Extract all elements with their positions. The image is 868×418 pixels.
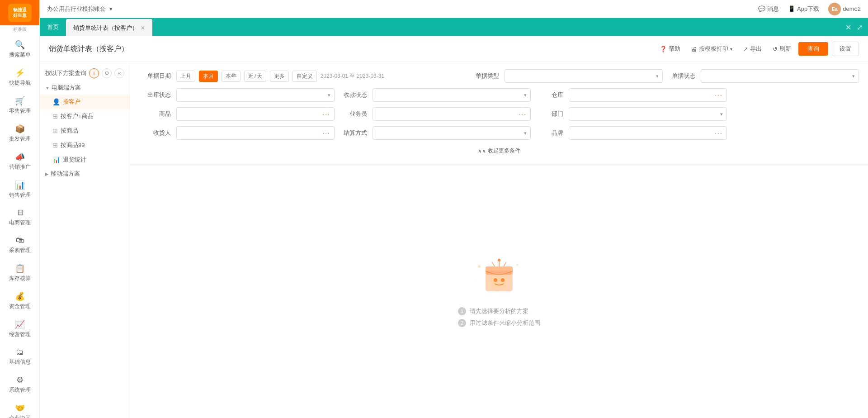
tab-close-icon[interactable]: ✕ bbox=[141, 25, 145, 31]
sidebar-item-quick-nav[interactable]: ⚡ 快捷导航 bbox=[0, 63, 40, 91]
help-icon: ❓ bbox=[660, 46, 667, 52]
order-type-select[interactable]: ▾ bbox=[505, 69, 663, 83]
scheme-item-by-goods[interactable]: ⊞ 按商品 bbox=[40, 124, 130, 138]
inventory-icon: 📋 bbox=[15, 263, 25, 273]
messages-button[interactable]: 💬 消息 bbox=[758, 5, 779, 13]
template-print-button[interactable]: 🖨 按模板打印 ▾ bbox=[688, 43, 736, 55]
scheme-item-customer-goods[interactable]: ⊞ 按客户+商品 bbox=[40, 109, 130, 124]
sidebar-item-system[interactable]: ⚙ 系统管理 bbox=[0, 370, 40, 399]
tab-sales-stat[interactable]: 销货单统计表（按客户） ✕ bbox=[66, 19, 152, 37]
sidebar-item-finance[interactable]: 💰 资金管理 bbox=[0, 287, 40, 315]
sidebar-item-marketing[interactable]: 📣 营销推广 bbox=[0, 147, 40, 176]
brand-select[interactable]: ··· bbox=[569, 126, 727, 140]
tab-maximize-action[interactable]: ⤢ bbox=[855, 21, 864, 33]
sales-icon: 📊 bbox=[15, 180, 25, 190]
scheme-item-label-return-stat: 退货统计 bbox=[63, 156, 86, 164]
return-stat-icon: 📊 bbox=[52, 156, 60, 163]
salesperson-select[interactable]: ··· bbox=[373, 107, 531, 121]
sidebar-item-retail[interactable]: 🛒 零售管理 bbox=[0, 91, 40, 119]
empty-hints: 1 请先选择要分析的方案 2 用过滤条件来缩小分析范围 bbox=[458, 307, 540, 331]
app-download-label: App下载 bbox=[797, 5, 819, 13]
empty-hint-1: 1 请先选择要分析的方案 bbox=[458, 307, 540, 315]
hint-text-2: 用过滤条件来缩小分析范围 bbox=[470, 319, 540, 327]
sidebar-label-purchase: 采购管理 bbox=[9, 247, 31, 254]
department-select[interactable]: ▾ bbox=[569, 107, 727, 121]
scheme-item-return-stat[interactable]: 📊 退货统计 bbox=[40, 152, 130, 167]
refresh-icon: ↺ bbox=[773, 46, 778, 52]
date-btn-more[interactable]: 更多 bbox=[270, 71, 289, 82]
collapse-up-icon: ∧∧ bbox=[478, 148, 486, 154]
date-btn-this-month[interactable]: 本月 bbox=[199, 71, 218, 82]
scheme-add-button[interactable]: + bbox=[89, 68, 99, 78]
empty-state: ✦ ✦ · 1 请先选择要分析的方案 2 用过滤条件来缩小分析范围 bbox=[130, 166, 868, 418]
sidebar-item-corp[interactable]: 🤝 企业协同 bbox=[0, 399, 40, 418]
scheme-item-label-goods99: 按商品99 bbox=[61, 141, 85, 149]
page-title: 销货单统计表（按客户） bbox=[49, 44, 128, 54]
hint-text-1: 请先选择要分析的方案 bbox=[470, 307, 528, 315]
date-btn-custom[interactable]: 自定义 bbox=[292, 71, 317, 82]
sidebar-label-marketing: 营销推广 bbox=[9, 163, 31, 171]
goods-dots: ··· bbox=[322, 110, 330, 118]
retail-icon: 🛒 bbox=[15, 96, 25, 106]
sidebar: 畅捷通好生意 标准版 🔍 搜索菜单 ⚡ 快捷导航 🛒 零售管理 📦 批发管理 📣… bbox=[0, 0, 40, 418]
help-label: 帮助 bbox=[669, 45, 680, 53]
sidebar-item-ecommerce[interactable]: 🖥 电商管理 bbox=[0, 204, 40, 231]
scheme-group-mobile-header[interactable]: ▶ 移动端方案 bbox=[40, 167, 130, 180]
avatar: Ea bbox=[828, 3, 841, 15]
tab-home[interactable]: 首页 bbox=[40, 18, 66, 36]
order-status-select[interactable]: ▾ bbox=[701, 69, 859, 83]
date-btn-this-year[interactable]: 本年 bbox=[222, 71, 241, 82]
scheme-group-desktop-header[interactable]: ▼ 电脑端方案 bbox=[40, 81, 130, 95]
settlement-select[interactable]: ▾ bbox=[373, 126, 531, 140]
home-tab-label: 首页 bbox=[47, 23, 59, 31]
help-button[interactable]: ❓ 帮助 bbox=[656, 43, 684, 55]
export-button[interactable]: ↗ 导出 bbox=[740, 43, 765, 55]
filter-row-3: 商品 ··· 业务员 ··· 部门 ▾ bbox=[139, 107, 859, 121]
group-expand-icon: ▼ bbox=[45, 86, 50, 90]
topbar-dropdown-icon[interactable]: ▾ bbox=[109, 5, 113, 12]
svg-text:✦: ✦ bbox=[476, 263, 482, 270]
corp-icon: 🤝 bbox=[15, 403, 25, 413]
salesperson-dots: ··· bbox=[519, 110, 527, 118]
sidebar-item-purchase[interactable]: 🛍 采购管理 bbox=[0, 231, 40, 259]
sidebar-item-inventory[interactable]: 📋 库存核算 bbox=[0, 259, 40, 287]
svg-line-8 bbox=[504, 262, 506, 266]
scheme-item-goods-99[interactable]: ⊞ 按商品99 bbox=[40, 138, 130, 152]
sidebar-item-search[interactable]: 🔍 搜索菜单 bbox=[0, 35, 40, 63]
scheme-collapse-button[interactable]: « bbox=[114, 68, 124, 78]
refresh-button[interactable]: ↺ 刷新 bbox=[769, 43, 795, 55]
scheme-item-label-customer: 按客户 bbox=[63, 98, 80, 106]
settlement-arrow: ▾ bbox=[524, 130, 527, 136]
messages-label: 消息 bbox=[767, 5, 779, 13]
sidebar-item-sales[interactable]: 📊 销售管理 bbox=[0, 176, 40, 204]
scheme-panel: 按以下方案查询 + ⚙ « ▼ 电脑端方案 👤 按客户 bbox=[40, 62, 130, 418]
app-download-button[interactable]: 📱 App下载 bbox=[788, 5, 819, 13]
collapse-bar[interactable]: ∧∧ 收起更多条件 bbox=[139, 145, 859, 157]
sidebar-item-wholesale[interactable]: 📦 批发管理 bbox=[0, 119, 40, 147]
receiver-label: 收货人 bbox=[139, 129, 171, 137]
sidebar-label-corp: 企业协同 bbox=[9, 414, 31, 418]
svg-point-4 bbox=[501, 278, 505, 282]
scheme-settings-button[interactable]: ⚙ bbox=[102, 68, 112, 78]
receiver-select[interactable]: ··· bbox=[176, 126, 335, 140]
warehouse-select[interactable]: ··· bbox=[569, 88, 727, 102]
query-button[interactable]: 查询 bbox=[798, 42, 828, 56]
user-menu[interactable]: Ea demo2 bbox=[828, 3, 861, 15]
date-btn-last-7-days[interactable]: 近7天 bbox=[244, 71, 266, 82]
receipt-status-select[interactable]: ▾ bbox=[373, 88, 531, 102]
date-row: 上月 本月 本年 近7天 更多 自定义 2023-03-01 至 2023-03… bbox=[176, 71, 467, 82]
base-icon: 🗂 bbox=[16, 347, 24, 357]
settings-button[interactable]: 设置 bbox=[832, 42, 859, 56]
scheme-group-mobile: ▶ 移动端方案 bbox=[40, 167, 130, 180]
sidebar-item-base[interactable]: 🗂 基础信息 bbox=[0, 343, 40, 370]
goods-select[interactable]: ··· bbox=[176, 107, 335, 121]
export-icon: ↗ bbox=[743, 46, 748, 52]
sidebar-item-operation[interactable]: 📈 经营管理 bbox=[0, 315, 40, 343]
order-status-label: 单据状态 bbox=[668, 72, 695, 80]
main-content: 单据日期 上月 本月 本年 近7天 更多 自定义 2023-03-01 至 20… bbox=[130, 62, 868, 418]
tab-close-action[interactable]: ✕ bbox=[844, 21, 853, 33]
scheme-item-by-customer[interactable]: 👤 按客户 bbox=[40, 95, 130, 109]
empty-illustration: ✦ ✦ · bbox=[472, 253, 526, 298]
out-status-select[interactable]: ▾ bbox=[176, 88, 335, 102]
date-btn-last-month[interactable]: 上月 bbox=[176, 71, 195, 82]
